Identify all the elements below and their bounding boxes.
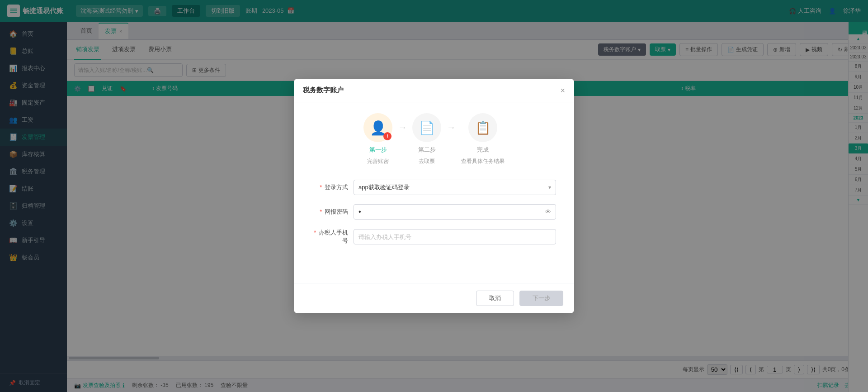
cancel-button[interactable]: 取消 — [476, 291, 514, 306]
phone-input[interactable] — [354, 229, 556, 244]
step-2-sub: 去取票 — [419, 158, 435, 165]
modal-spacer — [312, 254, 556, 272]
password-dot: • — [359, 208, 362, 216]
step-2: 📄 第二步 去取票 — [412, 113, 441, 165]
step-arrow-1: → — [398, 122, 407, 133]
web-password-row: * 网报密码 • 👁 — [312, 204, 556, 220]
step-1-icon: 👤 — [370, 120, 387, 136]
step-1-label: 第一步 — [369, 146, 387, 154]
modal-body: 👤 ! 第一步 完善账密 → 📄 第二步 去取票 → — [294, 102, 574, 283]
phone-row: * 办税人手机号 — [312, 229, 556, 245]
step-1-sub: 完善账密 — [367, 158, 389, 165]
step-3-sub: 查看具体任务结果 — [461, 158, 505, 165]
next-step-button[interactable]: 下一步 — [519, 291, 563, 306]
step-2-label: 第二步 — [418, 146, 436, 154]
web-pw-required: * — [320, 208, 322, 215]
web-password-field[interactable]: • 👁 — [354, 204, 556, 220]
modal-dialog: 税务数字账户 × 👤 ! 第一步 完善账密 → — [294, 79, 574, 313]
login-method-value: app获取验证码登录 — [359, 183, 410, 191]
step-1: 👤 ! 第一步 完善账密 — [363, 113, 392, 165]
select-arrow-icon: ▾ — [548, 184, 551, 191]
login-method-row: * 登录方式 app获取验证码登录 ▾ — [312, 180, 556, 195]
steps-container: 👤 ! 第一步 完善账密 → 📄 第二步 去取票 → — [312, 113, 556, 165]
password-eye-icon[interactable]: 👁 — [545, 208, 551, 215]
step-arrow-2: → — [447, 122, 456, 133]
modal-header: 税务数字账户 × — [294, 79, 574, 102]
modal-footer: 取消 下一步 — [294, 283, 574, 313]
phone-required: * — [314, 229, 316, 236]
login-method-label: * 登录方式 — [312, 183, 348, 191]
modal-close-button[interactable]: × — [560, 86, 565, 95]
step-3: 📋 完成 查看具体任务结果 — [461, 113, 505, 165]
step-3-icon-wrap: 📋 — [468, 113, 497, 142]
login-method-select[interactable]: app获取验证码登录 ▾ — [354, 180, 556, 195]
step-1-error-badge: ! — [383, 132, 392, 140]
step-3-label: 完成 — [477, 146, 489, 154]
step-2-icon: 📄 — [419, 120, 435, 135]
web-password-label: * 网报密码 — [312, 208, 348, 216]
login-method-required: * — [320, 184, 322, 191]
phone-label: * 办税人手机号 — [312, 229, 348, 245]
step-2-icon-wrap: 📄 — [412, 113, 441, 142]
modal-overlay: 税务数字账户 × 👤 ! 第一步 完善账密 → — [0, 0, 868, 392]
modal-form: * 登录方式 app获取验证码登录 ▾ * 网报密码 • — [312, 180, 556, 245]
step-1-icon-wrap: 👤 ! — [363, 113, 392, 142]
step-3-icon: 📋 — [475, 120, 491, 135]
modal-title: 税务数字账户 — [303, 86, 344, 95]
